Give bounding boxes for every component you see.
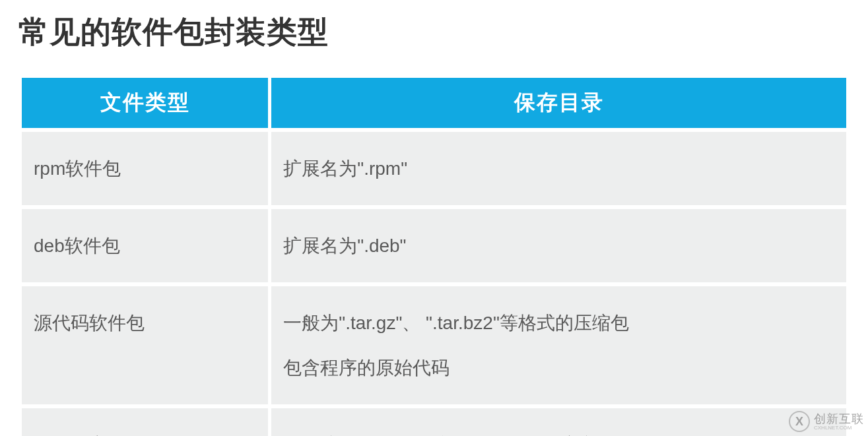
package-type-table: 文件类型 保存目录 rpm软件包 扩展名为".rpm" deb软件包 扩展名为"… [18,78,850,436]
slide-title: 常见的软件包封装类型 [0,0,868,53]
table-row: 源代码软件包 一般为".tar.gz"、 ".tar.bz2"等格式的压缩包包含… [22,286,846,404]
watermark: X 创新互联 CXHLNET.COM [789,411,864,432]
cell-file-type: deb软件包 [22,209,268,282]
table-row: rpm软件包 扩展名为".rpm" [22,132,846,205]
watermark-logo-icon: X [789,411,810,432]
table-row: 绿色免安装的软件包 在压缩包内提供已编译好的执行程序文件解开压缩包后的文件即可直… [22,408,846,436]
watermark-brand: 创新互联 [814,413,864,425]
col-file-type: 文件类型 [22,78,268,128]
cell-save-dir: 在压缩包内提供已编译好的执行程序文件解开压缩包后的文件即可直接使用 [271,408,846,436]
watermark-sub: CXHLNET.COM [814,425,864,431]
cell-save-dir: 扩展名为".rpm" [271,132,846,205]
table-row: deb软件包 扩展名为".deb" [22,209,846,282]
cell-save-dir: 扩展名为".deb" [271,209,846,282]
cell-save-dir: 一般为".tar.gz"、 ".tar.bz2"等格式的压缩包包含程序的原始代码 [271,286,846,404]
table-header-row: 文件类型 保存目录 [22,78,846,128]
col-save-dir: 保存目录 [271,78,846,128]
cell-file-type: rpm软件包 [22,132,268,205]
cell-file-type: 源代码软件包 [22,286,268,404]
cell-file-type: 绿色免安装的软件包 [22,408,268,436]
